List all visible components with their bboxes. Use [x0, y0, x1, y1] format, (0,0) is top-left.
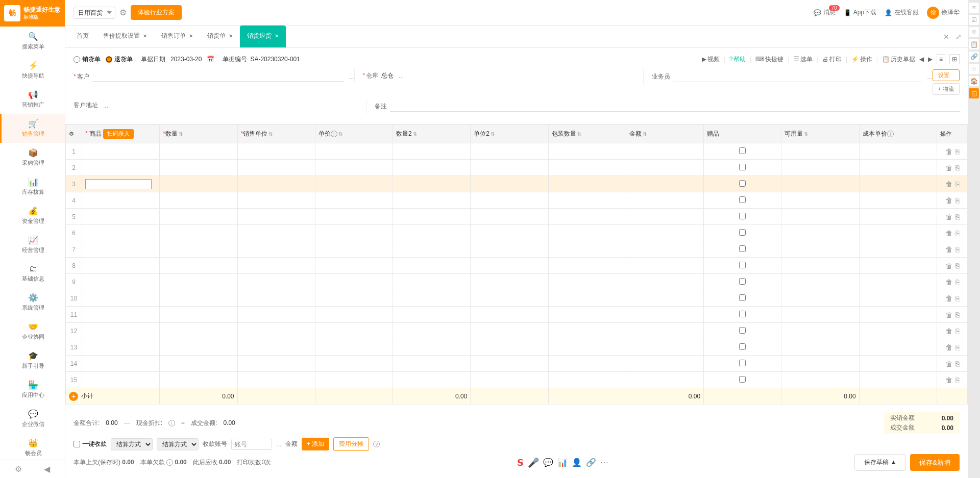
history-link[interactable]: 📋 历史单据	[882, 55, 915, 64]
row-unit2-7[interactable]	[471, 241, 548, 258]
customer-input[interactable]	[92, 71, 344, 82]
row-unit2-12[interactable]	[471, 323, 548, 339]
sidebar-item-appstore[interactable]: 🏪 应用中心	[0, 375, 65, 404]
row-price-4[interactable]	[315, 192, 393, 209]
row-amount-5[interactable]	[626, 209, 703, 225]
copy-row-15[interactable]: ⎘	[955, 376, 960, 384]
this-once-info[interactable]: i	[166, 459, 173, 466]
tab-sales-order[interactable]: 销售订单✕	[154, 26, 200, 47]
save-new-btn[interactable]: 保存&新增	[910, 454, 960, 471]
delete-row-10[interactable]: 🗑	[945, 294, 952, 303]
delete-row-2[interactable]: 🗑	[945, 164, 952, 172]
row-qty-6[interactable]	[160, 225, 237, 241]
rs-icon-active[interactable]: ◱	[969, 88, 979, 98]
row-unit-5[interactable]	[237, 209, 315, 225]
copy-row-1[interactable]: ⎘	[955, 147, 960, 156]
row-price-2[interactable]	[315, 160, 393, 176]
row-unit2-5[interactable]	[471, 209, 548, 225]
row-unit-6[interactable]	[237, 225, 315, 241]
rs-icon-3[interactable]: ≣	[969, 27, 979, 37]
row-product-9[interactable]	[82, 274, 160, 290]
radio-sales[interactable]: 销货单	[74, 55, 101, 64]
row-cost-8[interactable]	[859, 258, 937, 274]
row-cost-7[interactable]	[859, 241, 937, 258]
unit-price-sort[interactable]: ⇅	[338, 131, 342, 137]
row-avail-10[interactable]	[781, 290, 859, 307]
row-product-12[interactable]	[82, 323, 160, 339]
copy-row-13[interactable]: ⎘	[955, 343, 960, 351]
row-product-11[interactable]	[82, 307, 160, 323]
row-unit-4[interactable]	[237, 192, 315, 209]
row-price-1[interactable]	[315, 143, 393, 160]
row-amount-12[interactable]	[626, 323, 703, 339]
copy-row-7[interactable]: ⎘	[955, 245, 960, 254]
copy-row-4[interactable]: ⎘	[955, 196, 960, 205]
unit-price-info[interactable]: i	[331, 131, 337, 137]
row-gift-11[interactable]	[704, 307, 781, 323]
tab-sales-return[interactable]: 销货退货✕	[240, 26, 286, 47]
copy-row-12[interactable]: ⎘	[955, 327, 960, 335]
delete-row-8[interactable]: 🗑	[945, 262, 952, 270]
row-cost-6[interactable]	[859, 225, 937, 241]
close-tab-sales[interactable]: ✕	[229, 33, 233, 39]
row-amount-7[interactable]	[626, 241, 703, 258]
row-product-7[interactable]	[82, 241, 160, 258]
sidebar-item-sales[interactable]: 🛒 销售管理	[0, 114, 65, 143]
online-service-item[interactable]: 👤 在线客服	[885, 8, 919, 17]
rs-icon-5[interactable]: 🔗	[969, 52, 979, 62]
row-cost-2[interactable]	[859, 160, 937, 176]
row-unit2-1[interactable]	[471, 143, 548, 160]
row-cost-12[interactable]	[859, 323, 937, 339]
delete-row-15[interactable]: 🗑	[945, 376, 952, 384]
scan-btn[interactable]: 扫码录入	[103, 129, 134, 139]
copy-row-3[interactable]: ⎘	[955, 180, 960, 188]
row-avail-5[interactable]	[781, 209, 859, 225]
more-icon[interactable]: ⋯	[600, 458, 608, 467]
row-avail-11[interactable]	[781, 307, 859, 323]
close-tab-sales-order[interactable]: ✕	[189, 33, 193, 39]
row-qty-3[interactable]	[160, 176, 237, 192]
row-cost-4[interactable]	[859, 192, 937, 209]
row-qty-4[interactable]	[160, 192, 237, 209]
delete-row-3[interactable]: 🗑	[945, 180, 952, 188]
row-avail-14[interactable]	[781, 356, 859, 372]
row-avail-13[interactable]	[781, 339, 859, 356]
row-qty-14[interactable]	[160, 356, 237, 372]
salesperson-dots[interactable]: ...	[927, 73, 932, 81]
row-avail-8[interactable]	[781, 258, 859, 274]
row-qty2-2[interactable]	[393, 160, 471, 176]
customer-dots[interactable]: ...	[349, 73, 354, 81]
delete-row-5[interactable]: 🗑	[945, 213, 952, 221]
expand-tab-icon[interactable]: ⤢	[953, 31, 964, 43]
row-product-10[interactable]	[82, 290, 160, 307]
radio-return[interactable]: 退货单	[106, 55, 133, 64]
row-unit2-9[interactable]	[471, 274, 548, 290]
unit2-sort[interactable]: ⇅	[491, 131, 495, 137]
row-price-7[interactable]	[315, 241, 393, 258]
date-value[interactable]: 2023-03-20	[168, 56, 204, 63]
collapse-icon[interactable]: ◀	[44, 464, 50, 474]
row-gift-9[interactable]	[704, 274, 781, 290]
row-price-14[interactable]	[315, 356, 393, 372]
delete-row-11[interactable]: 🗑	[945, 311, 952, 319]
row-unit2-6[interactable]	[471, 225, 548, 241]
copy-row-2[interactable]: ⎘	[955, 164, 960, 172]
next-icon[interactable]: ▶	[928, 56, 933, 63]
copy-row-9[interactable]: ⎘	[955, 278, 960, 286]
row-packqty-1[interactable]	[548, 143, 626, 160]
discount-info-icon[interactable]: i	[168, 420, 175, 426]
row-unit-7[interactable]	[237, 241, 315, 258]
row-gift-10[interactable]	[704, 290, 781, 307]
row-avail-3[interactable]	[781, 176, 859, 192]
select-link[interactable]: ☰ 选单	[794, 55, 813, 64]
prev-icon[interactable]: ◀	[919, 56, 924, 63]
delete-row-12[interactable]: 🗑	[945, 327, 952, 335]
delete-row-13[interactable]: 🗑	[945, 343, 952, 351]
row-amount-14[interactable]	[626, 356, 703, 372]
salesperson-input[interactable]	[673, 71, 922, 82]
row-gift-13[interactable]	[704, 339, 781, 356]
row-qty2-6[interactable]	[393, 225, 471, 241]
cost-price-info[interactable]: i	[887, 131, 894, 137]
row-qty-15[interactable]	[160, 372, 237, 388]
row-gift-6[interactable]	[704, 225, 781, 241]
